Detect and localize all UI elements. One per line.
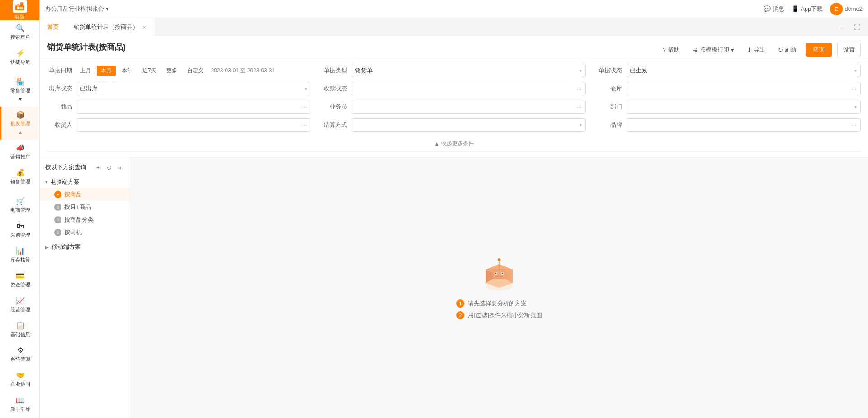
out-status-col: 出库状态 已出库 ▾ xyxy=(47,82,311,95)
right-content: 1 请先选择要分析的方案 2 用[过滤]条件来缩小分析范围 xyxy=(130,157,868,418)
sidebar: 标版 🔍 搜索菜单 ⚡ 快捷导航 🏪 零售管理 ▾ 📦 批发管理 ▴ 📣 营销推… xyxy=(0,0,40,418)
topbar-right: 💬 消息 📱 App下载 E demo2 xyxy=(764,3,863,15)
sidebar-item-ops[interactable]: 📈 经营管理 xyxy=(0,293,40,318)
settings-button[interactable]: 设置 xyxy=(837,43,861,57)
tree-item-by-product[interactable]: ● 按商品 xyxy=(40,188,130,201)
doc-status-control[interactable]: 已生效 ▾ xyxy=(626,64,861,77)
retail-arrow: ▾ xyxy=(19,96,22,102)
staff-control[interactable]: ··· xyxy=(351,100,586,114)
sidebar-item-quicknav[interactable]: ⚡ 快捷导航 xyxy=(0,45,40,70)
user-name-label: demo2 xyxy=(844,5,863,12)
dept-control[interactable]: ▾ xyxy=(626,100,861,114)
tree-item-by-warehouse[interactable]: ⊞ 按司机 xyxy=(40,226,130,239)
receiver-control[interactable]: ··· xyxy=(76,118,311,132)
user-menu[interactable]: E demo2 xyxy=(830,3,863,15)
date-label: 单据日期 xyxy=(47,66,72,75)
user-avatar: E xyxy=(830,3,843,15)
help-label: 帮助 xyxy=(668,46,679,54)
date-pill-thisyear[interactable]: 本年 xyxy=(118,66,137,76)
retail-icon: 🏪 xyxy=(16,78,25,86)
tab-close-button[interactable]: × xyxy=(141,24,147,30)
sidebar-item-retail-label: 零售管理 xyxy=(10,87,30,94)
doc-status-arrow: ▾ xyxy=(854,68,857,73)
sidebar-item-search[interactable]: 🔍 搜索菜单 xyxy=(0,20,40,45)
topbar: 办公用品行业模拟账套 ▾ 💬 消息 📱 App下载 E demo2 xyxy=(40,0,868,18)
warehouse-dots: ··· xyxy=(851,85,857,92)
sidebar-item-wholesale[interactable]: 📦 批发管理 ▴ xyxy=(0,107,40,140)
sidebar-item-inventory[interactable]: 📊 库存核算 xyxy=(0,243,40,268)
step-num-1: 1 xyxy=(456,299,464,308)
doc-status-label: 单据状态 xyxy=(597,66,622,75)
sidebar-item-inventory-label: 库存核算 xyxy=(10,256,30,263)
ecommerce-icon: 🛒 xyxy=(16,198,25,205)
sidebar-item-retail[interactable]: 🏪 零售管理 ▾ xyxy=(0,74,40,107)
tree-edit-button[interactable]: ⊙ xyxy=(104,163,113,172)
refresh-label: 刷新 xyxy=(785,46,797,54)
sidebar-item-marketing[interactable]: 📣 营销推广 xyxy=(0,140,40,165)
query-button[interactable]: 查询 xyxy=(806,43,832,57)
tree-group-mobile-arrow: ▶ xyxy=(45,245,49,250)
payment-control[interactable]: ▾ xyxy=(351,118,586,132)
tree-item-by-warehouse-icon: ⊞ xyxy=(54,229,61,236)
empty-step-1: 1 请先选择要分析的方案 xyxy=(456,299,542,308)
print-button[interactable]: 🖨 按模板打印 ▾ xyxy=(689,44,738,56)
export-button[interactable]: ⬇ 导出 xyxy=(743,44,769,56)
tree-group-pc-header[interactable]: ▾ 电脑端方案 xyxy=(40,176,130,188)
tree-collapse-button[interactable]: « xyxy=(115,163,124,172)
date-pill-thismonth[interactable]: 本月 xyxy=(97,66,116,76)
sidebar-logo: 标版 xyxy=(0,0,40,20)
tree-add-button[interactable]: + xyxy=(94,163,103,172)
basic-icon: 📋 xyxy=(16,322,25,329)
tree-item-by-category[interactable]: ⊞ 按商品分类 xyxy=(40,214,130,226)
payment-arrow: ▾ xyxy=(580,123,582,128)
payment-label: 结算方式 xyxy=(322,121,347,129)
tab-maximize-button[interactable]: ⛶ xyxy=(852,22,863,33)
doc-type-control[interactable]: 销货单 ▾ xyxy=(351,64,586,77)
sidebar-item-enterprise[interactable]: 🤝 企业协同 xyxy=(0,367,40,392)
page-title: 销货单统计表(按商品) xyxy=(47,42,126,58)
date-pill-custom[interactable]: 自定义 xyxy=(183,66,208,76)
tab-report-label: 销货单统计表（按商品） xyxy=(74,23,138,31)
app-download-icon: 📱 xyxy=(792,5,799,12)
app-download-label: App下载 xyxy=(801,5,823,13)
out-status-control[interactable]: 已出库 ▾ xyxy=(76,82,311,95)
main-area: 办公用品行业模拟账套 ▾ 💬 消息 📱 App下载 E demo2 首页 xyxy=(40,0,868,418)
tree-item-by-month-label: 按月+商品 xyxy=(64,203,91,211)
filter-row-2: 出库状态 已出库 ▾ 收款状态 ··· 仓库 xyxy=(47,82,861,95)
sidebar-item-purchase[interactable]: 🛍 采购管理 xyxy=(0,218,40,243)
logo-icon xyxy=(13,0,27,13)
warehouse-control[interactable]: ··· xyxy=(626,82,861,95)
tab-report[interactable]: 销货单统计表（按商品） × xyxy=(66,18,155,36)
tab-home[interactable]: 首页 xyxy=(40,18,66,36)
date-pill-more[interactable]: 更多 xyxy=(162,66,181,76)
app-selector[interactable]: 办公用品行业模拟账套 ▾ xyxy=(45,5,109,13)
tree-item-by-month-product[interactable]: ⊞ 按月+商品 xyxy=(40,201,130,214)
message-button[interactable]: 💬 消息 xyxy=(764,5,784,13)
brand-control[interactable]: ··· xyxy=(626,118,861,132)
date-pill-7days[interactable]: 近7天 xyxy=(138,66,160,76)
message-icon: 💬 xyxy=(764,5,771,12)
doc-type-arrow: ▾ xyxy=(580,68,582,73)
sidebar-item-basic[interactable]: 📋 基础信息 xyxy=(0,318,40,342)
tree-group-mobile-header[interactable]: ▶ 移动端方案 xyxy=(40,241,130,253)
search-icon: 🔍 xyxy=(16,25,25,32)
ops-icon: 📈 xyxy=(16,297,25,304)
app-download-button[interactable]: 📱 App下载 xyxy=(792,5,823,13)
sidebar-item-system[interactable]: ⚙ 系统管理 xyxy=(0,342,40,367)
filter-row-4: 收货人 ··· 结算方式 ▾ 品牌 xyxy=(47,118,861,132)
tree-group-pc: ▾ 电脑端方案 ● 按商品 ⊞ 按月+商品 ⊞ 按商品分类 xyxy=(40,176,130,239)
payment-col: 结算方式 ▾ xyxy=(322,118,586,132)
product-control[interactable]: ··· xyxy=(76,100,311,114)
sidebar-item-ecommerce[interactable]: 🛒 电商管理 xyxy=(0,193,40,218)
help-button[interactable]: ? 帮助 xyxy=(659,44,683,56)
sidebar-item-finance[interactable]: 💳 资金管理 xyxy=(0,268,40,293)
sidebar-item-guide[interactable]: 📖 新手引导 xyxy=(0,392,40,417)
sidebar-logo-text: 标版 xyxy=(15,14,25,20)
sidebar-item-sales[interactable]: 💰 销售管理 xyxy=(0,165,40,190)
refresh-button[interactable]: ↻ 刷新 xyxy=(774,44,800,56)
collapse-button[interactable]: ▲ 收起更多条件 xyxy=(429,139,479,148)
date-pill-lastmonth[interactable]: 上月 xyxy=(76,66,95,76)
tab-minimize-button[interactable]: — xyxy=(837,22,848,33)
warehouse-col: 仓库 ··· xyxy=(597,82,861,95)
receipt-status-control[interactable]: ··· xyxy=(351,82,586,95)
